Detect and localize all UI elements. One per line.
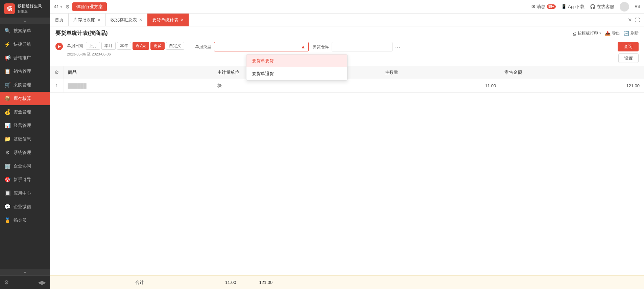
- industry-plan-button[interactable]: 体验行业方案: [72, 2, 107, 11]
- sidebar-label-inventory: 库存核算: [14, 95, 31, 102]
- sidebar-label-marketing: 营销推广: [14, 55, 31, 61]
- date-range-display: 2023-05-06 至 2023-06-06: [67, 52, 184, 57]
- operations-icon: 📊: [4, 122, 11, 129]
- sidebar-item-shortcut[interactable]: ⚡ 快捷导航: [0, 38, 50, 51]
- date-btn-this-year[interactable]: 本年: [117, 42, 131, 50]
- tab-order-stat[interactable]: 要货单统计表 ✕: [147, 14, 189, 26]
- search-icon: 🔍: [4, 27, 11, 34]
- message-label: 消息: [536, 4, 545, 10]
- user-avatar[interactable]: [620, 2, 629, 12]
- refresh-label: 刷新: [630, 30, 639, 36]
- marketing-icon: 📢: [4, 54, 11, 61]
- filter-settings-button[interactable]: 设置: [618, 53, 639, 63]
- sidebar-item-sales[interactable]: 📋 销售管理: [0, 65, 50, 78]
- tab-collect[interactable]: 收发存汇总表 ✕: [106, 14, 147, 26]
- sidebar-logo: 畅 畅捷通好生意 标准版: [0, 0, 50, 18]
- sidebar-item-app-center[interactable]: 🔲 应用中心: [0, 186, 50, 200]
- sidebar-item-basics[interactable]: 📁 基础信息: [0, 132, 50, 146]
- query-button[interactable]: 查询: [618, 42, 639, 51]
- online-service-button[interactable]: 🎧 在线客服: [590, 4, 614, 10]
- app-download-button[interactable]: 📱 App下载: [561, 4, 585, 10]
- sidebar-label-operations: 经营管理: [14, 123, 31, 129]
- sidebar-item-wechat[interactable]: 💬 企业微信: [0, 200, 50, 214]
- sidebar: 畅 畅捷通好生意 标准版 ▲ 🔍 搜索菜单 ⚡ 快捷导航 📢 营销推广 📋 销售…: [0, 0, 50, 289]
- date-btn-7days[interactable]: 近7天: [133, 42, 149, 50]
- print-button[interactable]: 🖨 按模板打印 ▾: [572, 30, 601, 36]
- th-amount: 零售金额: [500, 66, 644, 79]
- warehouse-filter-input[interactable]: [332, 42, 392, 51]
- th-product: 商品: [64, 66, 213, 79]
- sidebar-bottom: ⚙ ◀▶: [0, 275, 50, 289]
- page-header: 要货单统计表(按商品) 🖨 按模板打印 ▾ 📤 导出 🔄 刷新: [50, 26, 644, 39]
- sidebar-item-vip[interactable]: 🏅 畅会员: [0, 214, 50, 227]
- tab-expand-icon[interactable]: ⛶: [634, 17, 641, 23]
- type-dropdown: 要货单要货 要货单退货: [246, 54, 348, 81]
- column-settings-icon[interactable]: ⚙: [54, 69, 59, 75]
- store-selector[interactable]: 41 ▾: [54, 4, 63, 9]
- filter-expand-button[interactable]: ▶: [55, 43, 63, 50]
- sidebar-item-inventory[interactable]: 📦 库存核算: [0, 92, 50, 105]
- logo-icon: 畅: [4, 3, 15, 14]
- print-chevron-icon: ▾: [599, 31, 601, 36]
- sidebar-item-system[interactable]: ⚙ 系统管理: [0, 146, 50, 159]
- date-btn-this-month[interactable]: 本月: [101, 42, 116, 50]
- logo-name: 畅捷通好生意: [18, 4, 42, 9]
- refresh-icon: 🔄: [623, 31, 629, 36]
- sidebar-item-operations[interactable]: 📊 经营管理: [0, 119, 50, 132]
- topbar-left: 41 ▾ ⚙ 体验行业方案: [54, 2, 107, 11]
- sidebar-item-purchase[interactable]: 🛒 采购管理: [0, 78, 50, 92]
- date-filter-label: 单据日期: [67, 43, 83, 49]
- sidebar-scroll-up[interactable]: ▲: [0, 18, 50, 24]
- export-button[interactable]: 📤 导出: [605, 30, 620, 36]
- type-filter-select[interactable]: ▲: [214, 42, 309, 51]
- page-actions: 🖨 按模板打印 ▾ 📤 导出 🔄 刷新: [572, 30, 639, 36]
- dropdown-item-order-return[interactable]: 要货单退货: [246, 67, 347, 80]
- warehouse-filter-more-icon[interactable]: ···: [395, 44, 400, 51]
- tab-batch-close[interactable]: ✕: [97, 18, 101, 22]
- sidebar-scroll-down[interactable]: ▼: [0, 269, 50, 275]
- date-btn-more[interactable]: 更多: [150, 42, 165, 50]
- collapse-icon[interactable]: ◀▶: [38, 279, 46, 286]
- sidebar-item-guide[interactable]: 🎯 新手引导: [0, 173, 50, 186]
- sidebar-label-finance: 资金管理: [14, 109, 31, 115]
- date-btn-last-month[interactable]: 上月: [86, 42, 100, 50]
- date-filter-row: 单据日期 上月 本月 本年 近7天 更多 自定义: [67, 42, 184, 50]
- tab-batch[interactable]: 库存批次账 ✕: [69, 14, 106, 26]
- footer-total-amount: 121.00: [259, 280, 273, 285]
- sales-icon: 📋: [4, 68, 11, 75]
- tab-home[interactable]: 首页: [50, 14, 69, 26]
- sidebar-item-enterprise[interactable]: 🏢 企业协同: [0, 159, 50, 173]
- system-icon: ⚙: [4, 149, 11, 156]
- sidebar-item-finance[interactable]: 💰 资金管理: [0, 105, 50, 119]
- date-btn-custom[interactable]: 自定义: [166, 42, 184, 50]
- sidebar-label-vip: 畅会员: [14, 217, 27, 223]
- content-area: 要货单统计表(按商品) 🖨 按模板打印 ▾ 📤 导出 🔄 刷新 ▶: [50, 26, 644, 289]
- date-buttons: 上月 本月 本年 近7天 更多 自定义: [86, 42, 184, 50]
- refresh-button[interactable]: 🔄 刷新: [623, 30, 639, 36]
- finance-icon: 💰: [4, 109, 11, 115]
- tab-order-stat-close[interactable]: ✕: [181, 18, 184, 22]
- sidebar-label-system: 系统管理: [14, 150, 31, 156]
- app-center-icon: 🔲: [4, 190, 11, 197]
- sidebar-label-app-center: 应用中心: [14, 190, 31, 196]
- settings-bottom-icon[interactable]: ⚙: [4, 279, 9, 286]
- sidebar-label-guide: 新手引导: [14, 177, 31, 183]
- app-download-label: App下载: [568, 4, 585, 10]
- sidebar-item-marketing[interactable]: 📢 营销推广: [0, 51, 50, 65]
- tabs-bar: 首页 库存批次账 ✕ 收发存汇总表 ✕ 要货单统计表 ✕ ✕ ⛶: [50, 14, 644, 26]
- topbar-gear-icon[interactable]: ⚙: [65, 4, 70, 10]
- messages-button[interactable]: ✉ 消息 99+: [531, 4, 556, 10]
- purchase-icon: 🛒: [4, 82, 11, 88]
- sidebar-item-search[interactable]: 🔍 搜索菜单: [0, 24, 50, 38]
- dropdown-item-order-goods[interactable]: 要货单要货: [246, 54, 347, 67]
- print-label: 按模板打印: [578, 30, 598, 36]
- sidebar-label-sales: 销售管理: [14, 68, 31, 74]
- inventory-icon: 📦: [4, 95, 11, 102]
- sidebar-label-search: 搜索菜单: [14, 28, 31, 34]
- th-settings[interactable]: ⚙: [50, 66, 64, 79]
- tab-close-all-icon[interactable]: ✕: [626, 17, 634, 23]
- tab-collect-close[interactable]: ✕: [139, 18, 142, 22]
- topbar-right: ✉ 消息 99+ 📱 App下载 🎧 在线客服 Rit: [531, 2, 640, 12]
- cell-unit: 块: [213, 79, 381, 92]
- filter-actions: 查询 设置: [618, 42, 639, 63]
